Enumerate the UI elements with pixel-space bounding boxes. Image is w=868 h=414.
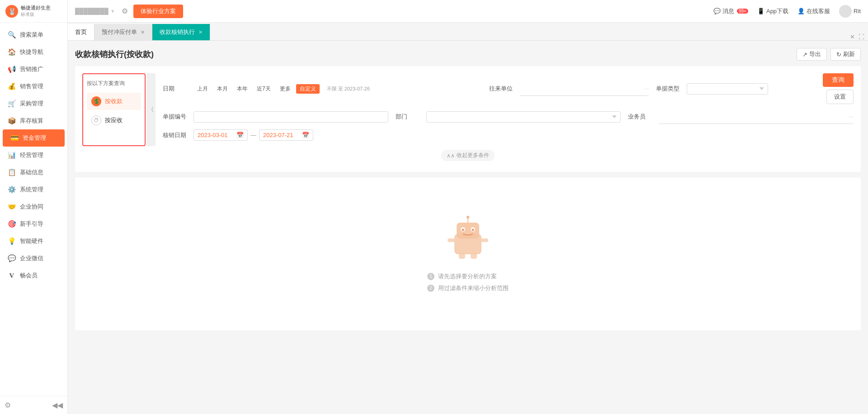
sidebar-item-label: 采购管理 — [20, 100, 43, 108]
settings-bottom-icon[interactable]: ⚙ — [5, 401, 11, 409]
app-label: App下载 — [766, 7, 788, 15]
user-name: Rit — [854, 8, 861, 14]
topbar-brand-text: ████████ — [75, 8, 108, 14]
sidebar-item-marketing[interactable]: 📢 营销推广 — [0, 61, 67, 78]
sidebar-item-label: 畅会员 — [20, 271, 38, 280]
sidebar-item-system[interactable]: ⚙️ 系统管理 — [0, 181, 67, 198]
home-icon: 🏠 — [7, 48, 16, 56]
date-btn-7days[interactable]: 近7天 — [253, 84, 274, 94]
verify-date-start-input[interactable]: 2023-03-01 📅 — [193, 129, 248, 141]
sidebar-item-hardware[interactable]: 💡 智能硬件 — [0, 233, 67, 250]
date-custom-btn[interactable]: 自定义 — [296, 84, 320, 94]
sidebar-item-purchase[interactable]: 🛒 采购管理 — [0, 95, 67, 112]
sidebar-item-label: 系统管理 — [20, 186, 43, 194]
filter-container: 按以下方案查询 💲 按收款 ⏱ 按应收 《 — [75, 66, 861, 172]
empty-tip-2: 2 用过滤条件来缩小分析范围 — [427, 282, 509, 294]
date-btn-more[interactable]: 更多 — [276, 84, 294, 94]
topbar-dropdown-icon[interactable]: ▾ — [111, 8, 114, 14]
collection-option-label: 按收款 — [105, 97, 123, 105]
sidebar-item-vip[interactable]: V 畅会员 — [0, 267, 67, 284]
tab-prepay[interactable]: 预付冲应付单 ✕ — [94, 24, 152, 40]
user-info[interactable]: Rit — [839, 5, 861, 18]
topbar-settings-icon[interactable]: ⚙ — [122, 7, 128, 15]
sidebar-item-wechat[interactable]: 💬 企业微信 — [0, 250, 67, 267]
user-avatar — [839, 5, 852, 18]
online-service-button[interactable]: 👤 在线客服 — [797, 7, 830, 15]
sidebar-item-guide[interactable]: 🎯 新手引导 — [0, 215, 67, 233]
main-content: ████████ ▾ ⚙ 体验行业方案 💬 消息 99+ 📱 App下载 👤 在… — [68, 0, 868, 414]
message-icon: 💬 — [713, 8, 721, 14]
sidebar-item-label: 企业微信 — [20, 254, 43, 262]
tab-prepay-close[interactable]: ✕ — [141, 29, 145, 35]
partner-more-icon[interactable]: ··· — [644, 85, 649, 92]
page-title: 收款核销执行(按收款) — [75, 49, 154, 60]
tip-text-2: 用过滤条件来缩小分析范围 — [438, 282, 509, 294]
voucher-no-input[interactable] — [193, 111, 388, 123]
staff-input-area[interactable]: ··· — [659, 109, 854, 124]
collapse-more-button[interactable]: ∧∧ 收起更多条件 — [441, 150, 495, 161]
dept-label: 部门 — [396, 113, 423, 121]
sidebar-item-label: 经营管理 — [20, 151, 43, 159]
tab-collection[interactable]: 收款核销执行 ✕ — [152, 24, 210, 40]
tab-home[interactable]: 首页 — [68, 24, 94, 40]
close-tab-icon[interactable]: ✕ — [850, 33, 855, 40]
verify-date-end-text: 2023-07-21 — [263, 132, 293, 138]
date-btn-last-month[interactable]: 上月 — [193, 84, 212, 94]
form-row-1: 日期 上月 本月 本年 近7天 更多 自定义 不限 至 2023-07-26 — [163, 73, 854, 104]
tabbar: 首页 预付冲应付单 ✕ 收款核销执行 ✕ ✕ ⛶ — [68, 23, 868, 41]
query-buttons: 查询 设置 — [823, 73, 854, 104]
staff-label: 业务员 — [628, 113, 655, 121]
svg-point-4 — [462, 229, 464, 231]
voucher-type-select[interactable] — [687, 83, 768, 95]
filter-sidebar: 按以下方案查询 💲 按收款 ⏱ 按应收 — [82, 73, 146, 146]
partner-field: 往来单位 ··· — [489, 81, 649, 96]
collapse-filter-button[interactable]: 《 — [146, 73, 156, 146]
filter-option-receivable[interactable]: ⏱ 按应收 — [87, 112, 141, 129]
sidebar-item-business[interactable]: 📊 经营管理 — [0, 147, 67, 164]
hardware-icon: 💡 — [7, 237, 16, 245]
dept-select[interactable] — [426, 111, 621, 123]
query-button[interactable]: 查询 — [823, 73, 854, 87]
collapse-more-bar: ∧∧ 收起更多条件 — [82, 150, 854, 161]
expand-tab-icon[interactable]: ⛶ — [859, 33, 864, 40]
svg-rect-1 — [457, 223, 479, 238]
sidebar-item-collab[interactable]: 🤝 企业协同 — [0, 198, 67, 215]
sidebar-logo: 🐰 畅捷通好生意 标准版 — [0, 0, 67, 23]
staff-input[interactable] — [659, 111, 849, 122]
collapse-sidebar-icon[interactable]: ◀◀ — [52, 401, 63, 409]
empty-state: 1 请先选择要分析的方案 2 用过滤条件来缩小分析范围 — [75, 177, 861, 330]
receivable-option-label: 按应收 — [105, 116, 123, 124]
date-btn-this-year[interactable]: 本年 — [233, 84, 251, 94]
filter-option-collection[interactable]: 💲 按收款 — [87, 93, 141, 110]
svg-point-5 — [472, 229, 474, 231]
sidebar-item-label: 新手引导 — [20, 220, 43, 228]
tip-num-1: 1 — [427, 273, 434, 280]
partner-label: 往来单位 — [489, 85, 516, 93]
partner-input[interactable] — [520, 83, 642, 94]
message-button[interactable]: 💬 消息 99+ — [713, 7, 748, 15]
export-button[interactable]: ↗ 导出 — [797, 48, 827, 61]
solution-button[interactable]: 体验行业方案 — [133, 5, 183, 18]
staff-more-icon[interactable]: ··· — [849, 113, 854, 120]
wechat-icon: 💬 — [7, 254, 16, 262]
date-btn-this-month[interactable]: 本月 — [213, 84, 231, 94]
sidebar-item-finance[interactable]: 💳 资金管理 — [3, 129, 65, 147]
verify-date-label: 核销日期 — [163, 131, 190, 139]
app-download-button[interactable]: 📱 App下载 — [757, 7, 788, 15]
tab-collection-close[interactable]: ✕ — [198, 29, 203, 35]
collapse-more-icon: ∧∧ — [447, 152, 455, 159]
sidebar-bottom: ⚙ ◀◀ — [0, 396, 67, 414]
sidebar-nav: 🔍 搜索菜单 🏠 快捷导航 📢 营销推广 💰 销售管理 🛒 采购管理 📦 库存核… — [0, 23, 67, 396]
finance-icon: 💳 — [10, 134, 19, 142]
sidebar-item-inventory[interactable]: 📦 库存核算 — [0, 112, 67, 129]
sidebar-item-sales[interactable]: 💰 销售管理 — [0, 78, 67, 95]
collection-option-icon: 💲 — [91, 96, 101, 106]
sidebar-item-search[interactable]: 🔍 搜索菜单 — [0, 26, 67, 43]
sidebar-item-shortcut[interactable]: 🏠 快捷导航 — [0, 43, 67, 61]
partner-input-area[interactable]: ··· — [520, 81, 649, 96]
settings-button[interactable]: 设置 — [826, 90, 854, 104]
verify-date-end-input[interactable]: 2023-07-21 📅 — [259, 129, 313, 141]
sidebar-item-basic[interactable]: 📋 基础信息 — [0, 164, 67, 181]
refresh-button[interactable]: ↻ 刷新 — [830, 48, 861, 61]
service-label: 在线客服 — [807, 7, 830, 15]
